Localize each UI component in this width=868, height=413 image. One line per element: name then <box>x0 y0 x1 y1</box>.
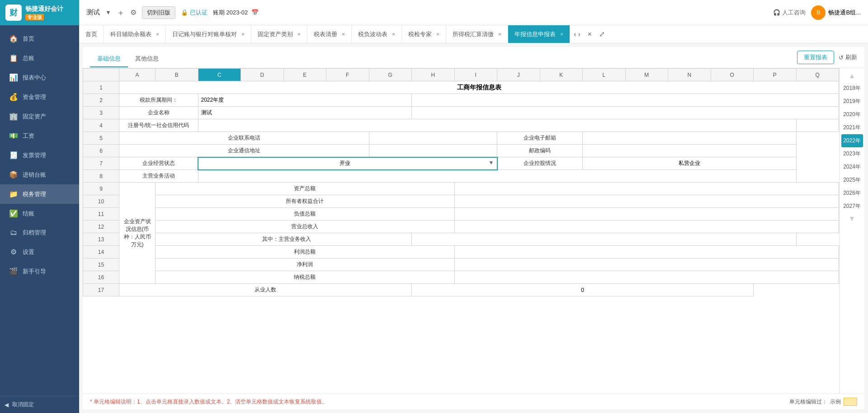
col-header-M[interactable]: M <box>625 69 668 81</box>
sub-tab-other[interactable]: 其他信息 <box>128 51 166 67</box>
reset-report-button[interactable]: 重置报表 <box>797 51 834 64</box>
tabs-close-all[interactable]: × <box>584 30 595 38</box>
r7-status-value[interactable]: 开业▼ <box>198 157 497 170</box>
sidebar-item-funds[interactable]: 💰资金管理 <box>0 87 79 107</box>
r5-phone-value[interactable] <box>369 132 497 145</box>
spreadsheet-main[interactable]: ABCDEFGHIJKLMNOPQ1工商年报信息表2税款所属期间：2022年度3… <box>83 68 839 394</box>
col-header-C[interactable]: C <box>198 69 241 81</box>
tab-close-journal[interactable]: × <box>241 31 245 38</box>
r16-value[interactable] <box>454 271 839 284</box>
r10-value[interactable] <box>454 195 839 208</box>
r9-value[interactable] <box>454 183 839 195</box>
tab-close-taxwave[interactable]: × <box>392 31 395 38</box>
settings-icon[interactable]: ⚙ <box>130 8 137 17</box>
add-tab-button[interactable]: ＋ <box>117 7 125 18</box>
col-header-P[interactable]: P <box>754 69 797 81</box>
tab-fixedassets[interactable]: 固定资产类别× <box>251 25 307 43</box>
year-nav-down[interactable]: ▼ <box>847 213 858 225</box>
year-item-2022年[interactable]: 2022年 <box>841 134 863 147</box>
col-header-N[interactable]: N <box>668 69 711 81</box>
r5-email-value[interactable] <box>583 132 797 145</box>
tabs-prev-icon[interactable]: ‹ <box>574 30 576 38</box>
sidebar-item-payroll[interactable]: 💵工资 <box>0 126 79 145</box>
sidebar-item-ledger[interactable]: 📋总账 <box>0 48 79 68</box>
sidebar-item-assets[interactable]: 🏢固定资产 <box>0 107 79 126</box>
tab-incometax[interactable]: 所得税汇算清缴× <box>446 25 508 43</box>
value-[interactable]: 测试 <box>198 107 412 119</box>
col-header-I[interactable]: I <box>454 69 497 81</box>
year-item-2019年[interactable]: 2019年 <box>841 95 863 108</box>
value-[interactable] <box>198 119 796 132</box>
project-dropdown-icon[interactable]: ▼ <box>105 9 111 16</box>
tab-yearreport[interactable]: 年报信息申报表× <box>508 25 570 43</box>
col-header-J[interactable]: J <box>497 69 540 81</box>
sidebar-item-tax[interactable]: 📁税务管理 <box>0 184 79 204</box>
col-header-A[interactable]: A <box>119 69 156 81</box>
tab-close-taxform[interactable]: × <box>342 31 345 38</box>
r6-address-value[interactable] <box>369 145 497 157</box>
col-header-K[interactable]: K <box>540 69 583 81</box>
col-header-O[interactable]: O <box>711 69 754 81</box>
sidebar-item-home[interactable]: 🏠首页 <box>0 29 79 48</box>
year-item-2023年[interactable]: 2023年 <box>841 147 863 160</box>
sidebar-item-inout[interactable]: 📦进销台账 <box>0 165 79 184</box>
sidebar-cancel-fixed[interactable]: ◀ 取消固定 <box>0 396 79 413</box>
tabs-nav-arrows[interactable]: ‹› <box>570 30 584 38</box>
sidebar-label-funds: 资金管理 <box>23 93 46 101</box>
extra-cell <box>412 94 839 107</box>
year-item-2018年[interactable]: 2018年 <box>841 82 863 95</box>
calendar-icon[interactable]: 📅 <box>251 9 259 16</box>
tab-close-incometax[interactable]: × <box>498 31 501 38</box>
service-button[interactable]: 🎧 人工咨询 <box>773 9 806 17</box>
year-item-2021年[interactable]: 2021年 <box>841 121 863 134</box>
refresh-button[interactable]: ↺ 刷新 <box>839 53 857 61</box>
year-item-2024年[interactable]: 2024年 <box>841 160 863 174</box>
old-version-button[interactable]: 切到旧版 <box>142 6 175 19</box>
tab-close-taxcheck[interactable]: × <box>436 31 439 38</box>
r14-value[interactable] <box>454 246 839 258</box>
tab-taxform[interactable]: 税表清册× <box>307 25 352 43</box>
tab-taxcheck[interactable]: 税检专家× <box>402 25 446 43</box>
year-item-2026年[interactable]: 2026年 <box>841 187 863 200</box>
col-header-L[interactable]: L <box>583 69 626 81</box>
r12-value[interactable] <box>454 221 839 233</box>
tab-label-fixedassets: 固定资产类别 <box>258 30 293 38</box>
tab-close-yearreport[interactable]: × <box>560 31 563 38</box>
r17-value[interactable]: 0 <box>412 284 754 296</box>
tab-aux[interactable]: 科目辅助余额表× <box>104 25 166 43</box>
r7-holding-value[interactable]: 私营企业 <box>583 157 797 170</box>
tab-close-fixedassets[interactable]: × <box>297 31 301 38</box>
col-header-B[interactable]: B <box>156 69 198 81</box>
col-header-F[interactable]: F <box>326 69 369 81</box>
col-header-H[interactable]: H <box>412 69 455 81</box>
sidebar-item-guide[interactable]: 🎬新手引导 <box>0 262 79 281</box>
user-menu[interactable]: B 畅捷通B组... <box>811 5 861 20</box>
r15-value[interactable] <box>454 258 839 271</box>
r8-main-biz-value[interactable] <box>198 170 796 183</box>
tab-taxwave[interactable]: 税负波动表× <box>352 25 402 43</box>
dropdown-arrow[interactable]: ▼ <box>489 160 494 166</box>
year-item-2025年[interactable]: 2025年 <box>841 174 863 187</box>
value-[interactable]: 2022年度 <box>198 94 412 107</box>
r11-value[interactable] <box>454 208 839 221</box>
r6-postal-value[interactable] <box>583 145 797 157</box>
year-nav-up[interactable]: ▲ <box>847 70 858 82</box>
sub-tab-basic[interactable]: 基础信息 <box>90 51 128 67</box>
tabs-next-icon[interactable]: › <box>578 30 580 38</box>
year-item-2020年[interactable]: 2020年 <box>841 108 863 121</box>
sidebar-item-reports[interactable]: 📊报表中心 <box>0 68 79 87</box>
col-header-G[interactable]: G <box>369 69 412 81</box>
sidebar-item-invoices[interactable]: 🧾发票管理 <box>0 145 79 165</box>
tabs-expand-icon[interactable]: ⤢ <box>595 30 609 38</box>
tab-close-aux[interactable]: × <box>156 31 159 38</box>
col-header-E[interactable]: E <box>283 69 326 81</box>
sidebar-item-settings[interactable]: ⚙设置 <box>0 242 79 262</box>
r13-value[interactable] <box>412 233 797 246</box>
col-header-D[interactable]: D <box>241 69 284 81</box>
col-header-Q[interactable]: Q <box>796 69 839 81</box>
sidebar-item-archive[interactable]: 🗂归档管理 <box>0 223 79 242</box>
sidebar-item-checkout[interactable]: ✅结账 <box>0 204 79 223</box>
tab-home[interactable]: 首页 <box>79 25 104 43</box>
year-item-2027年[interactable]: 2027年 <box>841 200 863 213</box>
tab-journal[interactable]: 日记账与银行对账单核对× <box>166 25 251 43</box>
